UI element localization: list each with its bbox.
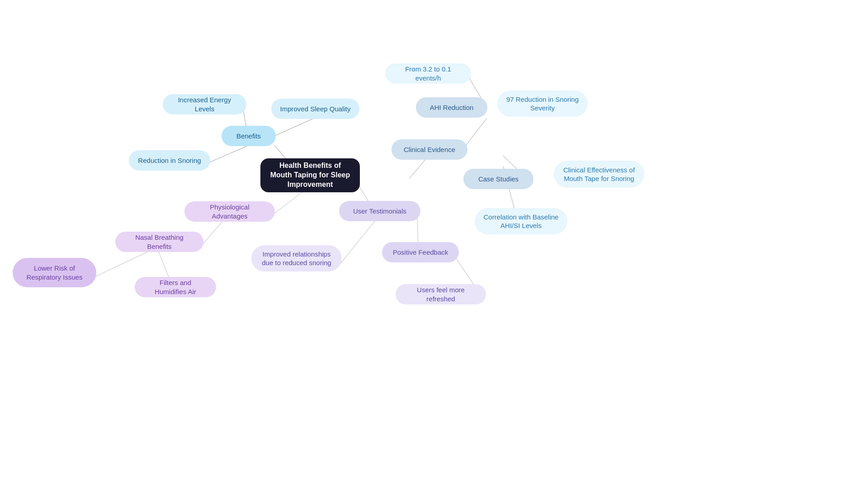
users-refreshed-node[interactable]: Users feel more refreshed <box>396 284 486 304</box>
user-testimonials-node[interactable]: User Testimonials <box>339 201 420 221</box>
filters-node[interactable]: Filters and Humidifies Air <box>135 277 216 297</box>
svg-line-3 <box>206 146 248 164</box>
case-studies-node[interactable]: Case Studies <box>463 169 533 189</box>
benefits-node[interactable]: Benefits <box>222 126 276 146</box>
center-node[interactable]: Health Benefits of Mouth Taping for Slee… <box>260 158 360 192</box>
reduction-severity-node[interactable]: 97 Reduction in Snoring Severity <box>497 90 588 117</box>
svg-line-10 <box>340 217 378 265</box>
improved-sleep-node[interactable]: Improved Sleep Quality <box>271 99 359 119</box>
nasal-breathing-node[interactable]: Nasal Breathing Benefits <box>115 232 203 252</box>
from-3-2-node[interactable]: From 3.2 to 0.1 events/h <box>385 63 471 84</box>
clinical-evidence-node[interactable]: Clinical Evidence <box>392 139 467 160</box>
svg-line-13 <box>466 118 487 146</box>
reduction-snoring-node[interactable]: Reduction in Snoring <box>129 150 210 171</box>
increased-energy-node[interactable]: Increased Energy Levels <box>163 94 246 114</box>
lower-risk-node[interactable]: Lower Risk of Respiratory Issues <box>13 258 96 287</box>
improved-relationships-node[interactable]: Improved relationships due to reduced sn… <box>251 245 342 271</box>
svg-line-6 <box>92 247 157 278</box>
ahi-reduction-node[interactable]: AHI Reduction <box>416 97 487 118</box>
correlation-node[interactable]: Correlation with Baseline AHI/SI Levels <box>475 208 567 234</box>
physiological-node[interactable]: Physiological Advantages <box>184 201 275 222</box>
svg-line-2 <box>275 118 314 136</box>
positive-feedback-node[interactable]: Positive Feedback <box>382 242 459 262</box>
clinical-effectiveness-node[interactable]: Clinical Effectiveness of Mouth Tape for… <box>554 161 644 188</box>
